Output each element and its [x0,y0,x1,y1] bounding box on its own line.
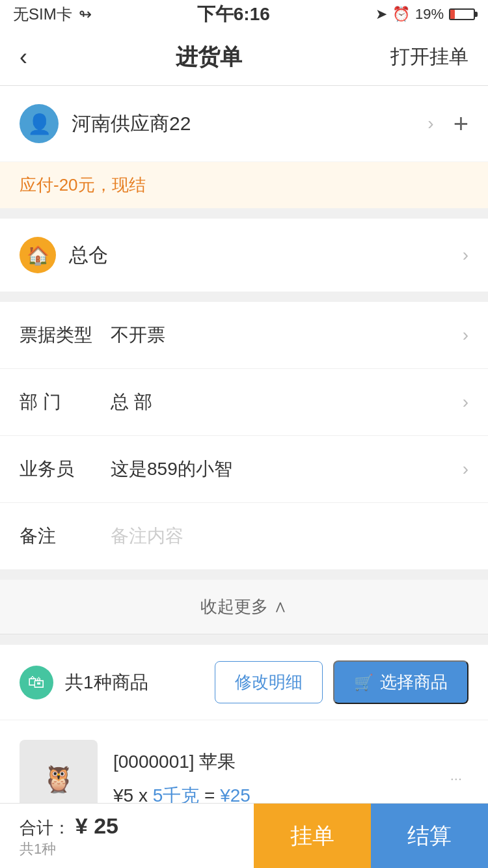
product-logo-icon: 🦉 [42,764,75,794]
supplier-section: 👤 河南供应商22 › + 应付-20元，现结 [0,86,488,208]
warehouse-label: 总仓 [69,242,463,269]
page-title: 进货单 [176,42,242,72]
warehouse-section: 🏠 总仓 › [0,219,488,292]
main-content: 👤 河南供应商22 › + 应付-20元，现结 🏠 总仓 › 票据类型 不开票 … [0,86,488,868]
form-section: 票据类型 不开票 › 部 门 总 部 › 业务员 这是859的小智 › 备注 备… [0,302,488,569]
product-header: 🛍 共1种商品 修改明细 🛒 选择商品 [0,645,488,720]
product-count-icon: 🛍 [20,666,53,699]
remark-label: 备注 [20,524,111,549]
product-name: [0000001] 苹果 [113,750,444,774]
cart-icon: 🛒 [354,673,373,692]
battery-icon [449,8,475,20]
edit-detail-button[interactable]: 修改明细 [215,661,323,703]
bag-icon: 🛍 [28,672,45,692]
ticket-type-row[interactable]: 票据类型 不开票 › [0,302,488,369]
sales-rep-label: 业务员 [20,457,111,481]
supplier-row[interactable]: 👤 河南供应商22 › + [0,86,488,162]
total-count: 共1种 [20,839,234,859]
warehouse-row[interactable]: 🏠 总仓 › [0,219,488,292]
status-bar: 无SIM卡 ↬ 下午6:16 ➤ ⏰ 19% [0,0,488,29]
product-info: [0000001] 苹果 ¥5 x 5千克 = ¥25 [113,750,444,808]
warehouse-icon: 🏠 [20,237,56,273]
nav-bar: ‹ 进货单 打开挂单 [0,29,488,86]
collapse-row[interactable]: 收起更多 ∧ [0,580,488,634]
signal-text: 无SIM卡 [13,4,72,25]
user-icon: 👤 [27,113,51,135]
remark-row[interactable]: 备注 备注内容 [0,503,488,569]
supplier-name: 河南供应商22 [72,111,427,137]
sales-rep-value: 这是859的小智 [111,457,463,481]
total-line: 合计： ¥ 25 [20,813,234,839]
alarm-icon: ⏰ [392,6,410,23]
select-btn-label: 选择商品 [380,671,448,694]
ticket-type-label: 票据类型 [20,323,111,347]
department-row[interactable]: 部 门 总 部 › [0,369,488,436]
product-count-text: 共1种商品 [65,670,215,695]
open-hang-button[interactable]: 打开挂单 [390,44,468,70]
hang-order-button[interactable]: 挂单 [254,804,371,868]
status-left: 无SIM卡 ↬ [13,4,92,25]
chevron-right-icon: › [463,245,468,265]
total-label: 合计： [20,818,70,837]
footer-total: 合计： ¥ 25 共1种 [0,804,254,868]
total-amount: ¥ 25 [75,813,118,838]
chevron-right-icon: › [463,325,468,346]
more-icon[interactable]: ··· [444,764,468,794]
sales-rep-row[interactable]: 业务员 这是859的小智 › [0,436,488,503]
footer: 合计： ¥ 25 共1种 挂单 结算 [0,803,488,868]
status-right: ➤ ⏰ 19% [375,6,475,23]
back-button[interactable]: ‹ [20,44,27,71]
chevron-right-icon: › [463,392,468,413]
select-product-button[interactable]: 🛒 选择商品 [333,660,468,704]
chevron-right-icon: › [427,113,433,134]
ticket-type-value: 不开票 [111,323,463,347]
home-icon: 🏠 [27,245,49,266]
supplier-avatar: 👤 [20,104,59,143]
wifi-icon: ↬ [79,5,92,23]
battery-percent: 19% [415,6,444,23]
add-icon[interactable]: + [454,109,468,139]
status-time: 下午6:16 [197,2,270,27]
checkout-button[interactable]: 结算 [371,804,488,868]
remark-value: 备注内容 [111,524,468,549]
department-value: 总 部 [111,390,463,414]
chevron-right-icon: › [463,459,468,480]
notice-bar: 应付-20元，现结 [0,162,488,208]
department-label: 部 门 [20,390,111,414]
gps-icon: ➤ [375,6,387,23]
